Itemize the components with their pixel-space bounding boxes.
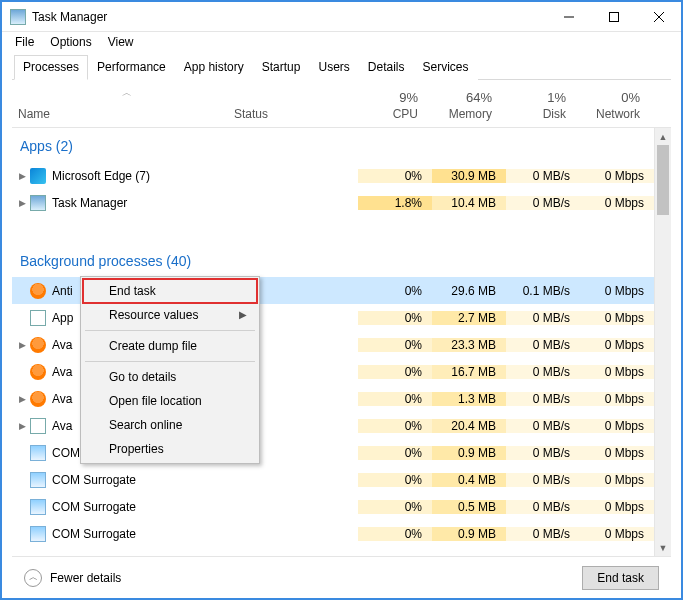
tab-users[interactable]: Users xyxy=(309,55,358,80)
menu-item[interactable]: End task xyxy=(83,279,257,303)
maximize-button[interactable] xyxy=(591,2,636,31)
expand-toggle-icon[interactable]: ▶ xyxy=(12,421,26,431)
tab-processes[interactable]: Processes xyxy=(14,55,88,80)
cpu-value: 0% xyxy=(358,473,432,487)
disk-value: 0 MB/s xyxy=(506,527,580,541)
col-status-label: Status xyxy=(234,107,354,121)
col-disk-pct: 1% xyxy=(502,90,566,105)
col-disk-label: Disk xyxy=(502,107,566,121)
menubar: File Options View xyxy=(2,32,681,52)
tab-details[interactable]: Details xyxy=(359,55,414,80)
column-headers: ︿ Name Status 9% CPU 64% Memory 1% Disk … xyxy=(12,80,671,128)
group-header: Background processes (40) xyxy=(12,243,654,277)
menu-item[interactable]: Resource values▶ xyxy=(83,303,257,327)
cpu-value: 0% xyxy=(358,446,432,460)
menu-item[interactable]: Go to details xyxy=(83,365,257,389)
menu-item[interactable]: Open file location xyxy=(83,389,257,413)
empty-row xyxy=(12,216,654,243)
col-memory[interactable]: 64% Memory xyxy=(428,90,502,121)
cpu-value: 0% xyxy=(358,419,432,433)
col-status[interactable]: Status xyxy=(234,90,354,121)
process-icon xyxy=(30,472,46,488)
col-net-label: Network xyxy=(576,107,640,121)
window-title: Task Manager xyxy=(32,10,546,24)
fewer-details-label: Fewer details xyxy=(50,571,121,585)
expand-toggle-icon[interactable]: ▶ xyxy=(12,171,26,181)
network-value: 0 Mbps xyxy=(580,392,654,406)
menu-view[interactable]: View xyxy=(101,33,141,51)
process-row[interactable]: ▶Task Manager1.8%10.4 MB0 MB/s0 Mbps xyxy=(12,189,654,216)
process-icon xyxy=(30,526,46,542)
menu-item[interactable]: Create dump file xyxy=(83,334,257,358)
process-row[interactable]: COM Surrogate0%0.5 MB0 MB/s0 Mbps xyxy=(12,493,654,520)
sort-indicator-icon: ︿ xyxy=(122,86,132,100)
menu-file[interactable]: File xyxy=(8,33,41,51)
network-value: 0 Mbps xyxy=(580,446,654,460)
process-icon xyxy=(30,445,46,461)
memory-value: 2.7 MB xyxy=(432,311,506,325)
menu-separator xyxy=(85,330,255,331)
process-name: Microsoft Edge (7) xyxy=(52,169,238,183)
menu-item[interactable]: Search online xyxy=(83,413,257,437)
process-name: COM Surrogate xyxy=(52,500,238,514)
process-icon xyxy=(30,337,46,353)
network-value: 0 Mbps xyxy=(580,473,654,487)
process-row[interactable]: COM Surrogate0%0.4 MB0 MB/s0 Mbps xyxy=(12,466,654,493)
network-value: 0 Mbps xyxy=(580,311,654,325)
menu-item[interactable]: Properties xyxy=(83,437,257,461)
tab-performance[interactable]: Performance xyxy=(88,55,175,80)
col-name-label: Name xyxy=(18,107,234,121)
footer: ︿ Fewer details End task xyxy=(12,556,671,598)
svg-rect-1 xyxy=(609,12,618,21)
cpu-value: 0% xyxy=(358,284,432,298)
process-icon xyxy=(30,391,46,407)
col-disk[interactable]: 1% Disk xyxy=(502,90,576,121)
network-value: 0 Mbps xyxy=(580,338,654,352)
memory-value: 0.5 MB xyxy=(432,500,506,514)
tab-app-history[interactable]: App history xyxy=(175,55,253,80)
scroll-thumb[interactable] xyxy=(657,145,669,215)
disk-value: 0.1 MB/s xyxy=(506,284,580,298)
process-icon xyxy=(30,283,46,299)
expand-toggle-icon[interactable]: ▶ xyxy=(12,394,26,404)
process-row[interactable]: COM Surrogate0%0.9 MB0 MB/s0 Mbps xyxy=(12,520,654,547)
process-name: Task Manager xyxy=(52,196,238,210)
end-task-button[interactable]: End task xyxy=(582,566,659,590)
col-mem-pct: 64% xyxy=(428,90,492,105)
disk-value: 0 MB/s xyxy=(506,365,580,379)
network-value: 0 Mbps xyxy=(580,169,654,183)
network-value: 0 Mbps xyxy=(580,419,654,433)
expand-toggle-icon[interactable]: ▶ xyxy=(12,198,26,208)
network-value: 0 Mbps xyxy=(580,365,654,379)
close-button[interactable] xyxy=(636,2,681,31)
disk-value: 0 MB/s xyxy=(506,311,580,325)
minimize-button[interactable] xyxy=(546,2,591,31)
memory-value: 23.3 MB xyxy=(432,338,506,352)
cpu-value: 0% xyxy=(358,500,432,514)
tab-startup[interactable]: Startup xyxy=(253,55,310,80)
menu-separator xyxy=(85,361,255,362)
col-cpu-label: CPU xyxy=(354,107,418,121)
process-icon xyxy=(30,168,46,184)
col-cpu[interactable]: 9% CPU xyxy=(354,90,428,121)
memory-value: 16.7 MB xyxy=(432,365,506,379)
memory-value: 0.4 MB xyxy=(432,473,506,487)
tab-services[interactable]: Services xyxy=(414,55,478,80)
network-value: 0 Mbps xyxy=(580,527,654,541)
process-icon xyxy=(30,364,46,380)
menu-options[interactable]: Options xyxy=(43,33,98,51)
fewer-details-button[interactable]: ︿ Fewer details xyxy=(24,569,582,587)
memory-value: 0.9 MB xyxy=(432,446,506,460)
vertical-scrollbar[interactable]: ▲ ▼ xyxy=(654,128,671,556)
network-value: 0 Mbps xyxy=(580,284,654,298)
scroll-up-button[interactable]: ▲ xyxy=(655,128,671,145)
cpu-value: 0% xyxy=(358,338,432,352)
expand-toggle-icon[interactable]: ▶ xyxy=(12,340,26,350)
process-icon xyxy=(30,310,46,326)
scroll-down-button[interactable]: ▼ xyxy=(655,539,671,556)
process-icon xyxy=(30,499,46,515)
col-network[interactable]: 0% Network xyxy=(576,90,650,121)
disk-value: 0 MB/s xyxy=(506,392,580,406)
col-name[interactable]: ︿ Name xyxy=(12,90,234,121)
process-row[interactable]: ▶Microsoft Edge (7)0%30.9 MB0 MB/s0 Mbps xyxy=(12,162,654,189)
